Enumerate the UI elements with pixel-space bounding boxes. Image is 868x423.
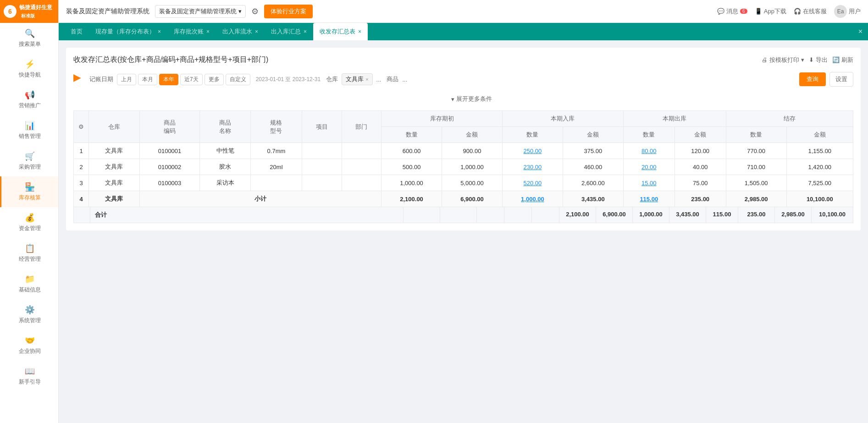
filter-expand-btn[interactable]: ▾ 展开更多条件: [449, 93, 494, 105]
tab-batch[interactable]: 库存批次账×: [167, 23, 216, 40]
cell-outbound-qty[interactable]: 80.00: [623, 143, 674, 159]
cell-inbound-amount: 2,600.00: [563, 175, 623, 191]
warehouse-more[interactable]: ...: [376, 76, 381, 83]
sidebar: 6 畅捷通好生意 标准版 🔍搜索菜单⚡快捷导航📢营销推广📊销售管理🛒采购管理🏪库…: [0, 0, 59, 423]
table-row: 3 文具库 0100003 采访本 1,000.00 5,000.00 520.…: [74, 175, 853, 191]
sidebar-item-inventory[interactable]: 🏪库存核算: [0, 176, 58, 207]
notifications-label: 消息: [726, 7, 738, 16]
cell-inbound-qty[interactable]: 250.00: [502, 143, 563, 159]
tab-home[interactable]: 首页: [64, 23, 89, 40]
sidebar-label-system: 系统管理: [19, 317, 41, 324]
goods-filter-section: 商品 ...: [387, 75, 407, 83]
cell-inbound-qty[interactable]: 230.00: [502, 159, 563, 175]
notifications-item[interactable]: 💬 消息 6: [717, 7, 747, 16]
export-action[interactable]: ⬇ 导出: [809, 56, 828, 64]
sidebar-label-marketing: 营销推广: [19, 102, 41, 110]
date-tab-自定义[interactable]: 自定义: [226, 74, 250, 85]
cell-inbound-qty[interactable]: 520.00: [502, 175, 563, 191]
th-inbound-group: 本期入库: [502, 111, 623, 127]
app-download-item[interactable]: 📱 App下载: [755, 7, 786, 16]
sidebar-item-finance[interactable]: 💰资金管理: [0, 207, 58, 238]
cell-outbound-qty[interactable]: 20.00: [623, 159, 674, 175]
tab-close-receive-summary[interactable]: ×: [358, 28, 361, 35]
tab-close-inventory-dist[interactable]: ×: [158, 28, 161, 35]
sidebar-item-sales[interactable]: 📊销售管理: [0, 115, 58, 146]
phone-icon: 📱: [755, 8, 762, 15]
th-goods-name: 商品名称: [200, 111, 251, 143]
online-service-item[interactable]: 🎧 在线客服: [794, 7, 827, 16]
page-title-row: 收发存汇总表(按仓库+商品编码+商品+规格型号+项目+部门) 🖨 按模板打印 ▾…: [73, 55, 853, 65]
date-tab-本月[interactable]: 本月: [138, 74, 157, 85]
table-footer: 合计 2,100.00 6,900.00 1,000.00 3,435.00 1…: [73, 207, 853, 223]
th-balance-qty: 数量: [726, 127, 786, 143]
cell-balance-amount: 1,155.00: [786, 143, 853, 159]
page-title-text: 收发存汇总表(按仓库+商品编码+商品+规格型号+项目+部门): [73, 55, 268, 65]
sidebar-item-corp-collab[interactable]: 🤝企业协同: [0, 330, 58, 361]
sidebar-label-operations: 经营管理: [19, 255, 41, 263]
cell-balance-qty: 770.00: [726, 143, 786, 159]
tab-close-inout-summary[interactable]: ×: [304, 28, 307, 35]
warehouse-label: 仓库: [326, 75, 338, 83]
settings-button[interactable]: 设置: [829, 72, 853, 87]
sidebar-icon-basic-info: 📁: [25, 274, 35, 284]
sidebar-icon-inventory: 🏪: [25, 182, 35, 192]
subtotal-inbound-amount: 3,435.00: [563, 191, 623, 207]
cell-project: [302, 159, 342, 175]
sidebar-label-basic-info: 基础信息: [19, 286, 41, 294]
user-item[interactable]: Ea 用户: [834, 5, 861, 18]
tab-close-inout-flow[interactable]: ×: [255, 28, 258, 35]
refresh-action[interactable]: 🔄 刷新: [832, 56, 853, 64]
table-row: 1 文具库 0100001 中性笔 0.7mm 600.00 900.00 25…: [74, 143, 853, 159]
tab-close-batch[interactable]: ×: [206, 28, 210, 35]
tab-label-inventory-dist: 现存量（库存分布表）: [95, 27, 155, 36]
th-settings[interactable]: ⚙: [74, 111, 89, 143]
tab-inout-flow[interactable]: 出入库流水×: [216, 23, 265, 40]
cell-warehouse: 文具库: [89, 175, 140, 191]
sidebar-item-newbie[interactable]: 📖新手引导: [0, 361, 58, 391]
date-tab-上月[interactable]: 上月: [117, 74, 136, 85]
cell-outbound-qty[interactable]: 15.00: [623, 175, 674, 191]
app-name: 畅捷通好生意: [19, 4, 52, 11]
th-goods-code: 商品编码: [139, 111, 200, 143]
tabs-close-all[interactable]: ×: [858, 27, 862, 36]
footer-outbound-amount: 235.00: [738, 207, 775, 223]
cell-inbound-amount: 375.00: [563, 143, 623, 159]
sidebar-item-system[interactable]: ⚙️系统管理: [0, 299, 58, 330]
filter-collapse-btn[interactable]: ▶: [73, 72, 80, 83]
tab-receive-summary[interactable]: 收发存汇总表×: [313, 23, 368, 40]
trial-button[interactable]: 体验行业方案: [264, 5, 313, 18]
cell-goods-spec: 20ml: [251, 159, 302, 175]
sidebar-item-operations[interactable]: 📋经营管理: [0, 238, 58, 269]
date-tab-更多[interactable]: 更多: [205, 74, 224, 85]
cell-opening-qty: 500.00: [381, 159, 442, 175]
cell-opening-amount: 5,000.00: [442, 175, 503, 191]
sidebar-label-corp-collab: 企业协同: [19, 347, 41, 355]
th-balance-group: 结存: [726, 111, 853, 127]
footer-spacer1: [404, 207, 440, 223]
th-inbound-qty: 数量: [502, 127, 563, 143]
sidebar-label-finance: 资金管理: [19, 225, 41, 232]
warehouse-tag-close[interactable]: ×: [365, 77, 368, 82]
sidebar-item-quick-nav[interactable]: ⚡快捷导航: [0, 54, 58, 84]
tab-inventory-dist[interactable]: 现存量（库存分布表）×: [89, 23, 167, 40]
date-tab-本年[interactable]: 本年: [159, 74, 178, 85]
settings-icon[interactable]: ⚙: [251, 6, 259, 16]
sidebar-icon-marketing: 📢: [25, 90, 35, 100]
sidebar-item-purchase[interactable]: 🛒采购管理: [0, 146, 58, 176]
sidebar-item-search[interactable]: 🔍搜索菜单: [0, 23, 58, 54]
goods-more[interactable]: ...: [402, 76, 407, 83]
subtotal-balance-amount: 10,100.00: [786, 191, 853, 207]
subtotal-label: 小计: [139, 191, 381, 207]
print-action[interactable]: 🖨 按模板打印 ▾: [762, 56, 804, 64]
page-title-actions: 🖨 按模板打印 ▾ ⬇ 导出 🔄 刷新: [762, 56, 853, 64]
tab-inout-summary[interactable]: 出入库汇总×: [265, 23, 313, 40]
bell-icon: 💬: [717, 8, 724, 15]
sidebar-item-marketing[interactable]: 📢营销推广: [0, 84, 58, 115]
date-tab-近7天[interactable]: 近7天: [180, 74, 203, 85]
query-button[interactable]: 查询: [799, 72, 826, 86]
cell-balance-qty: 1,505.00: [726, 175, 786, 191]
warehouse-tag[interactable]: 文具库 ×: [342, 73, 372, 85]
th-outbound-qty: 数量: [623, 127, 674, 143]
sidebar-item-basic-info[interactable]: 📁基础信息: [0, 269, 58, 299]
system-select[interactable]: 装备及固定资产辅助管理系统 ▾: [155, 5, 246, 18]
